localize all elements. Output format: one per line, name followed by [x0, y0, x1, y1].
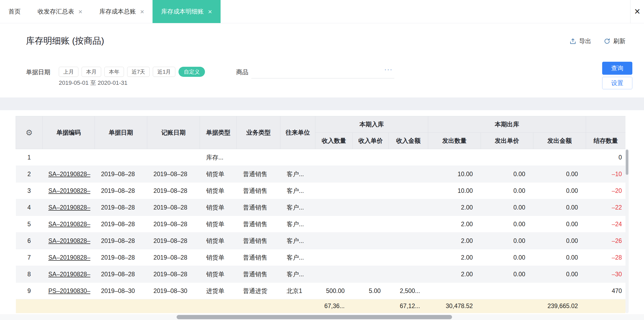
- cell-doc-code[interactable]: SA–20190828–: [43, 233, 95, 249]
- refresh-label: 刷新: [613, 37, 625, 45]
- horizontal-scrollbar-thumb[interactable]: [177, 315, 452, 319]
- tab-close-icon[interactable]: ×: [140, 8, 144, 15]
- cell-biz-type: 普通进货: [237, 283, 280, 299]
- cell-partner: 客户...: [280, 233, 315, 249]
- cell-out-qty: [428, 283, 481, 299]
- cell-doc-code[interactable]: SA–20190828–: [43, 166, 95, 183]
- summary-out-amount: 239,665.02: [533, 299, 586, 313]
- col-header-out-price: 发出单价: [481, 133, 533, 149]
- chip-last-7-days[interactable]: 近7天: [127, 67, 150, 77]
- summary-in-qty: 67,36...: [315, 299, 353, 313]
- product-picker-ellipsis-icon[interactable]: ···: [383, 65, 394, 76]
- table-row[interactable]: 8 SA–20190828– 2019–08–28 2019–08–28 销货单…: [16, 266, 626, 283]
- tab-inventory-cost-ledger[interactable]: 库存成本总账 ×: [91, 0, 153, 23]
- cell-out-price: 0.00: [481, 216, 533, 233]
- col-header-biz-type: 业务类型: [237, 116, 280, 149]
- table-row[interactable]: 2 SA–20190828– 2019–08–28 2019–08–28 销货单…: [16, 166, 626, 183]
- table-row[interactable]: 7 SA–20190828– 2019–08–28 2019–08–28 销货单…: [16, 249, 626, 266]
- table-row[interactable]: 9 PS–20190830– 2019–08–30 2019–08–30 进货单…: [16, 283, 626, 299]
- chip-this-month[interactable]: 本月: [82, 67, 101, 77]
- chip-last-1-month[interactable]: 近1月: [153, 67, 175, 77]
- cell-in-price: [353, 249, 389, 266]
- tab-inventory-cost-detail-ledger[interactable]: 库存成本明细账 ×: [153, 0, 220, 23]
- export-button[interactable]: 导出: [569, 37, 591, 45]
- cell-biz-type: [237, 149, 280, 166]
- cell-in-qty: 500.00: [315, 283, 353, 299]
- cell-doc-date: 2019–08–28: [95, 199, 147, 216]
- page-title: 库存明细账 (按商品): [26, 35, 104, 47]
- cell-doc-date: 2019–08–28: [95, 183, 147, 199]
- tab-label: 库存成本明细账: [161, 7, 204, 16]
- cell-doc-code[interactable]: SA–20190828–: [43, 266, 95, 283]
- gear-icon[interactable]: ⚙: [26, 128, 33, 137]
- settings-button[interactable]: 设置: [602, 77, 632, 89]
- cell-in-price: 5.00: [353, 283, 389, 299]
- tab-inout-summary-report[interactable]: 收发存汇总表 ×: [29, 0, 91, 23]
- vertical-scrollbar-thumb[interactable]: [626, 150, 628, 175]
- summary-out-qty: 30,478.52: [428, 299, 481, 313]
- cell-doc-code[interactable]: SA–20190828–: [43, 216, 95, 233]
- cell-post-date: 2019–08–28: [147, 166, 200, 183]
- horizontal-scrollbar-track: [0, 314, 644, 320]
- tab-home[interactable]: 首页: [0, 0, 29, 23]
- cell-in-amount: [389, 249, 428, 266]
- cell-partner: [280, 149, 315, 166]
- cell-partner: 客户...: [280, 249, 315, 266]
- cell-out-qty: [428, 149, 481, 166]
- chip-custom-range[interactable]: 自定义: [178, 67, 205, 77]
- cell-doc-code[interactable]: [43, 149, 95, 166]
- query-button[interactable]: 查询: [602, 62, 632, 75]
- table-footer: 67,36... 67,12... 30,478.52 239,665.02: [16, 299, 626, 313]
- cell-doc-code[interactable]: PS–20190830–: [43, 283, 95, 299]
- table-row[interactable]: 6 SA–20190828– 2019–08–28 2019–08–28 销货单…: [16, 233, 626, 249]
- summary-spacer: [95, 299, 147, 313]
- table-row[interactable]: 3 SA–20190828– 2019–08–28 2019–08–28 销货单…: [16, 183, 626, 199]
- column-settings-header: ⚙: [16, 116, 43, 149]
- cell-out-qty: 10.00: [428, 166, 481, 183]
- table-row[interactable]: 5 SA–20190828– 2019–08–28 2019–08–28 销货单…: [16, 216, 626, 233]
- cell-in-qty: [315, 166, 353, 183]
- cell-in-price: [353, 216, 389, 233]
- cell-balance: –28: [586, 249, 626, 266]
- chip-this-year[interactable]: 本年: [104, 67, 124, 77]
- summary-in-price: [353, 299, 389, 313]
- summary-spacer: [237, 299, 280, 313]
- cell-doc-code[interactable]: SA–20190828–: [43, 183, 95, 199]
- cell-out-amount: 0.00: [533, 166, 586, 183]
- cell-balance: –24: [586, 216, 626, 233]
- product-filter-label: 商品: [236, 67, 248, 77]
- close-window-icon[interactable]: ×: [630, 0, 644, 23]
- vertical-scrollbar-track: [625, 149, 629, 313]
- cell-doc-code[interactable]: SA–20190828–: [43, 199, 95, 216]
- row-index: 3: [16, 183, 43, 199]
- cell-in-qty: [315, 216, 353, 233]
- table-row[interactable]: 1 库存... 0: [16, 149, 626, 166]
- product-input[interactable]: [251, 64, 383, 78]
- cell-in-qty: [315, 183, 353, 199]
- table-row[interactable]: 4 SA–20190828– 2019–08–28 2019–08–28 销货单…: [16, 199, 626, 216]
- cell-out-amount: 0.00: [533, 199, 586, 216]
- ledger-table: ⚙ 单据编码 单据日期 记账日期 单据类型 业务类型 往来单位 本期入库 本期出…: [16, 116, 625, 313]
- cell-out-qty: 2.00: [428, 216, 481, 233]
- row-index: 5: [16, 216, 43, 233]
- cell-doc-type: 销货单: [200, 199, 237, 216]
- refresh-button[interactable]: 刷新: [603, 37, 625, 45]
- tab-close-icon[interactable]: ×: [78, 8, 82, 15]
- summary-spacer: [147, 299, 200, 313]
- tab-close-icon[interactable]: ×: [208, 8, 212, 15]
- col-header-out-amount: 发出金额: [533, 133, 586, 149]
- cell-partner: 客户...: [280, 216, 315, 233]
- cell-doc-code[interactable]: SA–20190828–: [43, 249, 95, 266]
- cell-out-price: 0.00: [481, 266, 533, 283]
- cell-post-date: 2019–08–28: [147, 266, 200, 283]
- cell-out-price: 0.00: [481, 233, 533, 249]
- chip-last-month[interactable]: 上月: [59, 67, 78, 77]
- cell-out-amount: 0.00: [533, 266, 586, 283]
- table-header: ⚙ 单据编码 单据日期 记账日期 单据类型 业务类型 往来单位 本期入库 本期出…: [16, 116, 626, 149]
- cell-in-price: [353, 266, 389, 283]
- cell-biz-type: 普通销售: [237, 183, 280, 199]
- table-body: 1 库存... 0 2 SA–20190828– 2019–08–28 2019…: [16, 149, 626, 299]
- cell-biz-type: 普通销售: [237, 216, 280, 233]
- cell-doc-date: 2019–08–28: [95, 249, 147, 266]
- col-header-out-qty: 发出数量: [428, 133, 481, 149]
